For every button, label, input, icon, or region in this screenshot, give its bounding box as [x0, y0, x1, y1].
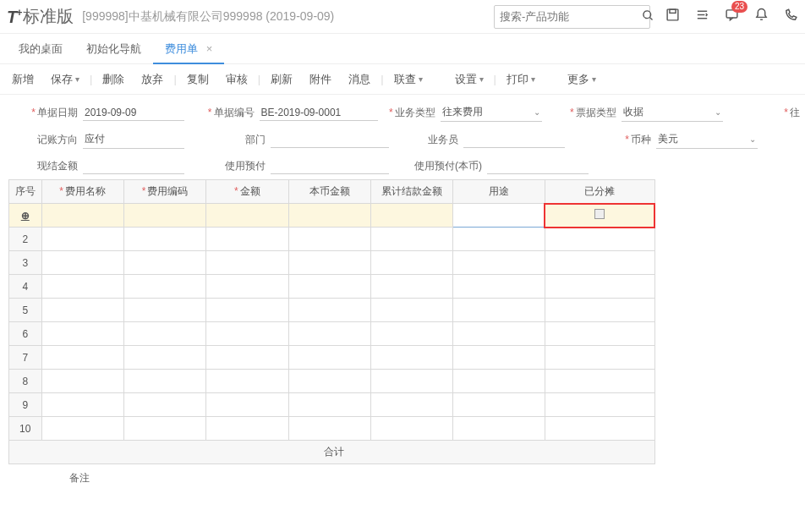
form-area: *单据日期 2019-09-09 *单据编号 BE-2019-09-0001 *… — [0, 95, 805, 179]
tab-expense-bill[interactable]: 费用单 × — [153, 34, 224, 64]
svg-rect-2 — [667, 9, 678, 20]
search-input[interactable] — [500, 10, 642, 23]
settings-button[interactable]: 设置▾ — [446, 72, 492, 87]
table-row[interactable]: 2 — [9, 228, 655, 251]
expense-grid: 序号 费用名称 费用编码 金额 本币金额 累计结款金额 用途 已分摊 ⊕ 2 3… — [8, 179, 655, 464]
discard-button[interactable]: 放弃 — [133, 72, 172, 87]
save-icon[interactable] — [665, 8, 680, 26]
table-row[interactable]: 4 — [9, 275, 655, 299]
chevron-down-icon: ▾ — [75, 74, 79, 84]
search-icon[interactable] — [642, 9, 654, 25]
app-edition: 标准版 — [23, 5, 74, 28]
print-button[interactable]: 打印▾ — [498, 72, 544, 87]
table-row[interactable]: 10 — [9, 417, 655, 441]
company-info: [999998]中基机械有限公司999998 (2019-09-09) — [82, 9, 494, 25]
table-row[interactable]: 3 — [9, 251, 655, 275]
table-row[interactable]: 6 — [9, 322, 655, 346]
col-name[interactable]: 费用名称 — [41, 180, 123, 204]
document-tabs: 我的桌面 初始化导航 费用单 × — [0, 34, 805, 64]
table-row[interactable]: 8 — [9, 370, 655, 393]
cell-allocated-highlighted[interactable] — [545, 204, 654, 228]
prepay-field[interactable]: 使用预付 — [213, 157, 406, 174]
chevron-down-icon: ▾ — [479, 74, 484, 84]
chevron-down-icon: ▾ — [419, 74, 423, 84]
copy-button[interactable]: 复制 — [178, 72, 217, 87]
svg-line-1 — [649, 17, 652, 19]
cell-settled[interactable] — [370, 204, 452, 228]
remark-label: 备注 — [0, 464, 805, 485]
chevron-down-icon: ⌄ — [715, 107, 721, 117]
purpose-input[interactable] — [453, 206, 544, 226]
col-settled[interactable]: 累计结款金额 — [370, 180, 452, 204]
chevron-down-icon: ▾ — [531, 74, 535, 84]
more-button[interactable]: 更多▾ — [559, 72, 605, 87]
cell-purpose-editing[interactable] — [453, 204, 545, 228]
toolbar: 新增 保存▾ | 删除 放弃 | 复制 审核 | 刷新 附件 消息 | 联查▾ … — [0, 64, 805, 95]
table-row[interactable]: 5 — [9, 299, 655, 322]
col-purpose[interactable]: 用途 — [453, 180, 545, 204]
note-type-field[interactable]: *票据类型 收据⌄ — [564, 103, 731, 122]
col-code[interactable]: 费用编码 — [123, 180, 205, 204]
bill-no-field[interactable]: *单据编号 BE-2019-09-0001 — [202, 103, 383, 122]
app-header: T+ 标准版 [999998]中基机械有限公司999998 (2019-09-0… — [0, 0, 805, 34]
grid-body: ⊕ 2 3 4 5 6 7 8 9 10 合计 — [9, 204, 655, 464]
cell-name[interactable] — [41, 204, 123, 228]
tasks-icon[interactable] — [695, 8, 709, 26]
table-row[interactable]: 9 — [9, 393, 655, 417]
prepay-local-field[interactable]: 使用预付(本币) — [406, 157, 599, 174]
app-logo: T+ — [7, 7, 21, 27]
grid-header-row: 序号 费用名称 费用编码 金额 本币金额 累计结款金额 用途 已分摊 — [9, 180, 655, 204]
col-allocated[interactable]: 已分摊 — [545, 180, 654, 204]
col-seq: 序号 — [9, 180, 42, 204]
col-amount[interactable]: 金额 — [206, 180, 288, 204]
extra-field: *往 — [731, 103, 805, 122]
related-button[interactable]: 联查▾ — [386, 72, 431, 87]
grid-wrap: 序号 费用名称 费用编码 金额 本币金额 累计结款金额 用途 已分摊 ⊕ 2 3… — [0, 179, 805, 464]
tab-desktop[interactable]: 我的桌面 — [7, 34, 74, 64]
svg-rect-3 — [670, 9, 676, 13]
checkbox-icon[interactable] — [594, 209, 605, 219]
row-gear-icon[interactable]: ⊕ — [9, 204, 42, 228]
phone-icon[interactable] — [784, 8, 798, 26]
notification-badge: 23 — [731, 1, 748, 13]
cell-local-amount[interactable] — [288, 204, 370, 228]
cell-amount[interactable] — [206, 204, 288, 228]
svg-point-0 — [643, 10, 651, 18]
header-icons: 23 — [665, 8, 798, 26]
clerk-field[interactable]: 业务员 — [406, 130, 599, 149]
new-button[interactable]: 新增 — [3, 72, 42, 87]
bell-icon[interactable] — [754, 8, 769, 26]
chevron-down-icon: ⌄ — [534, 107, 540, 117]
dept-field[interactable]: 部门 — [213, 130, 406, 149]
col-local-amount[interactable]: 本币金额 — [288, 180, 370, 204]
currency-field[interactable]: *币种 美元⌄ — [599, 130, 776, 149]
tab-init-nav[interactable]: 初始化导航 — [74, 34, 153, 64]
search-box[interactable] — [494, 5, 650, 29]
tab-label: 费用单 — [165, 42, 198, 55]
table-row[interactable]: ⊕ — [9, 204, 655, 228]
save-button[interactable]: 保存▾ — [42, 72, 88, 87]
bill-date-field[interactable]: *单据日期 2019-09-09 — [0, 103, 202, 122]
message-button[interactable]: 消息 — [340, 72, 379, 87]
cash-field[interactable]: 现结金额 — [0, 157, 213, 174]
audit-button[interactable]: 审核 — [217, 72, 256, 87]
entry-dir-field[interactable]: 记账方向 应付 — [0, 130, 213, 149]
chevron-down-icon: ▾ — [592, 74, 596, 84]
close-icon[interactable]: × — [206, 42, 213, 55]
refresh-button[interactable]: 刷新 — [262, 72, 301, 87]
delete-button[interactable]: 删除 — [94, 72, 133, 87]
grid-total-row: 合计 — [9, 441, 655, 464]
table-row[interactable]: 7 — [9, 346, 655, 370]
attach-button[interactable]: 附件 — [301, 72, 340, 87]
biz-type-field[interactable]: *业务类型 往来费用⌄ — [383, 103, 564, 122]
chevron-down-icon: ⌄ — [749, 134, 756, 144]
chat-icon[interactable]: 23 — [725, 8, 739, 26]
cell-code[interactable] — [123, 204, 205, 228]
